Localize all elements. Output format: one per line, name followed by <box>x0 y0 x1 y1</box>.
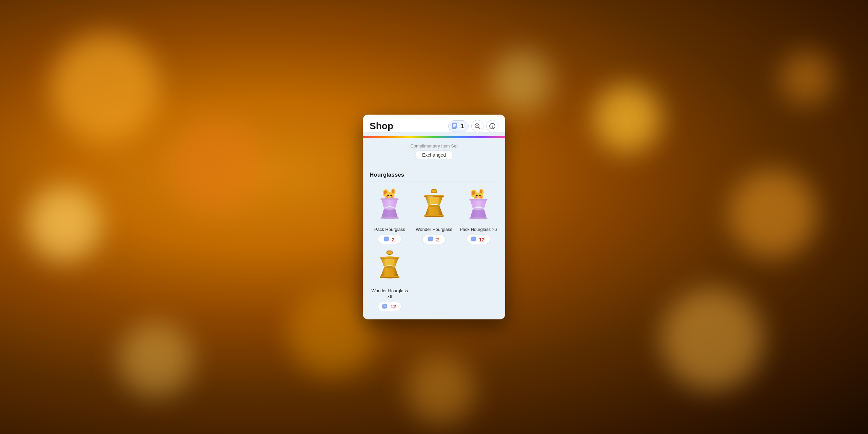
svg-rect-28 <box>432 190 436 193</box>
wonder-hourglass-x6-icon <box>374 250 405 284</box>
svg-point-18 <box>386 196 388 198</box>
zoom-icon <box>474 123 480 129</box>
currency-count: 1 <box>461 123 464 130</box>
wonder-hourglass-x6-price[interactable]: 12 <box>378 302 401 311</box>
complimentary-section: Complimentary Item Set Exchanged <box>370 143 498 165</box>
svg-rect-62 <box>383 304 387 308</box>
svg-point-47 <box>473 208 484 210</box>
empty-slot-2 <box>458 248 498 311</box>
svg-rect-22 <box>381 217 399 219</box>
svg-line-6 <box>479 127 480 129</box>
svg-point-20 <box>384 208 395 210</box>
wonder-hourglass-name: Wonder Hourglass <box>416 227 452 233</box>
pack-hourglass-price-count: 2 <box>392 237 395 242</box>
wonder-hourglass-x6-name: Wonder Hourglass ×6 <box>370 288 410 300</box>
info-icon: i <box>489 123 495 129</box>
wonder-hourglass-image <box>415 187 453 224</box>
shop-title: Shop <box>370 121 393 132</box>
shop-body: Complimentary Item Set Exchanged Hourgla… <box>363 138 505 319</box>
svg-rect-33 <box>424 215 444 216</box>
svg-point-43 <box>476 195 477 196</box>
currency-badge: 1 <box>448 120 469 132</box>
shop-header: Shop 1 <box>363 115 505 132</box>
hourglasses-section-header: Hourglasses <box>370 172 498 181</box>
pack-hourglass-price[interactable]: 2 <box>378 235 401 244</box>
svg-rect-58 <box>380 257 399 258</box>
pack-hourglass-item[interactable]: Pack Hourglass 2 <box>370 187 410 244</box>
pack-hourglass-x6-price[interactable]: 12 <box>467 235 490 244</box>
hourglasses-row1: Pack Hourglass 2 <box>370 187 498 244</box>
svg-point-14 <box>392 189 394 193</box>
wonder-hourglass-icon <box>419 189 449 222</box>
svg-point-45 <box>475 196 477 198</box>
wonder-hourglass-x6-item[interactable]: Wonder Hourglass ×6 12 <box>370 248 410 311</box>
svg-point-41 <box>480 190 482 193</box>
hourglasses-section-title: Hourglasses <box>370 172 498 181</box>
pack-hourglass-x6-item[interactable]: Pack Hourglass ×6 12 <box>458 187 498 244</box>
svg-point-56 <box>384 266 395 269</box>
hourglasses-row2: Wonder Hourglass ×6 12 <box>370 248 498 311</box>
header-right: 1 i <box>448 120 498 132</box>
wonder-hourglass-price[interactable]: 2 <box>422 235 446 244</box>
pack-hourglass-x6-icon <box>463 189 494 222</box>
shop-panel: Shop 1 <box>363 115 505 319</box>
svg-point-46 <box>480 196 482 198</box>
svg-rect-24 <box>384 237 389 241</box>
svg-rect-55 <box>388 251 392 254</box>
currency-icon <box>451 122 459 130</box>
info-button[interactable]: i <box>486 120 498 132</box>
pack-hourglass-x6-price-icon <box>470 236 477 243</box>
svg-point-17 <box>391 195 392 196</box>
svg-point-29 <box>428 205 439 207</box>
wonder-hourglass-x6-price-count: 12 <box>390 303 396 309</box>
wonder-hourglass-price-icon <box>427 236 434 243</box>
svg-point-44 <box>479 195 480 196</box>
wonder-hourglass-x6-price-icon <box>381 303 388 310</box>
wonder-hourglass-x6-image <box>371 248 408 285</box>
svg-rect-35 <box>429 237 433 241</box>
pack-hourglass-icon <box>374 189 405 222</box>
svg-text:i: i <box>492 125 493 129</box>
wonder-hourglass-item[interactable]: Wonder Hourglass 2 <box>414 187 454 244</box>
pack-hourglass-name: Pack Hourglass <box>374 227 405 233</box>
exchanged-button[interactable]: Exchanged <box>415 151 453 159</box>
pack-hourglass-x6-name: Pack Hourglass ×6 <box>460 227 497 233</box>
complimentary-label: Complimentary Item Set <box>370 143 498 149</box>
svg-point-19 <box>391 196 394 198</box>
empty-slot-1 <box>414 248 454 311</box>
svg-rect-51 <box>472 237 476 241</box>
pack-hourglass-image <box>371 187 408 224</box>
svg-rect-49 <box>469 218 487 220</box>
wonder-hourglass-price-count: 2 <box>436 237 439 242</box>
svg-point-16 <box>388 195 389 196</box>
svg-rect-31 <box>424 195 444 196</box>
pack-hourglass-x6-price-count: 12 <box>479 237 485 242</box>
zoom-button[interactable] <box>471 120 484 132</box>
pack-hourglass-x6-image <box>460 187 497 224</box>
svg-rect-60 <box>380 276 399 277</box>
pack-hourglass-price-icon <box>383 236 390 243</box>
